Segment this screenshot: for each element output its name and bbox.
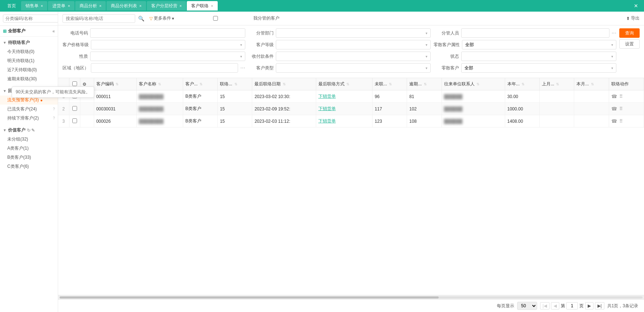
horizontal-scrollbar[interactable] xyxy=(58,295,644,299)
action-contact-icon-1[interactable]: ☎ xyxy=(611,106,617,112)
sidebar-item-b-class[interactable]: B类客户(33) xyxy=(0,153,58,162)
tab-sales[interactable]: 销售单 × xyxy=(21,1,47,11)
customer-tier-select[interactable]: ▾ xyxy=(276,40,431,49)
this-month-sort-icon[interactable]: ⇅ xyxy=(591,82,594,86)
export-button[interactable]: ⬆ 导出 xyxy=(626,15,640,21)
tab-customer-contact-close[interactable]: × xyxy=(211,4,213,8)
value-refresh-icon[interactable]: ↻ xyxy=(27,128,31,133)
person-input[interactable] xyxy=(461,28,609,38)
filter-settings-button[interactable]: 设置 xyxy=(619,39,640,49)
cell-checkbox-2[interactable] xyxy=(69,115,80,127)
tab-analysis[interactable]: 商品分析 × xyxy=(75,1,106,11)
table-settings-icon[interactable]: ⚙ xyxy=(82,82,86,87)
action-more-icon-1[interactable]: ⠿ xyxy=(619,106,623,112)
cell-method-2: 下销货单 xyxy=(316,115,372,127)
tab-analysis-close[interactable]: × xyxy=(99,4,101,8)
sidebar-group-pending-header[interactable]: ▼ 待联络客户 xyxy=(0,38,58,47)
cell-checkbox-1[interactable] xyxy=(69,103,80,115)
sidebar-all-customers[interactable]: ⊞ 全部客户 « xyxy=(0,26,58,37)
scatter-select[interactable]: 全部 ▾ xyxy=(461,63,616,73)
this-year-sort-icon[interactable]: ⇅ xyxy=(522,82,524,86)
action-contact-icon-0[interactable]: ☎ xyxy=(611,94,617,99)
sidebar-item-week[interactable]: 近7天待联络(0) xyxy=(0,65,58,74)
dept-select[interactable]: ▾ xyxy=(276,28,431,38)
sidebar-item-tomorrow[interactable]: 明天待联络(1) xyxy=(0,56,58,65)
sidebar-group-pending: ▼ 待联络客户 今天待联络(0) 明天待联络(1) 近7天待联络(0) 逾期未联… xyxy=(0,37,58,85)
type-sort-icon[interactable]: ⇅ xyxy=(200,82,202,86)
tab-customer-contact-label: 客户联络 xyxy=(191,3,209,9)
search-button[interactable]: 🔍 xyxy=(138,16,144,21)
sidebar-item-today[interactable]: 今天待联络(0) xyxy=(0,47,58,56)
churn-down-edit-icon[interactable]: ? xyxy=(53,116,55,120)
last-month-sort-icon[interactable]: ⇅ xyxy=(556,82,559,86)
method-link-1[interactable]: 下销货单 xyxy=(318,106,336,111)
select-all-checkbox[interactable] xyxy=(72,81,77,86)
filter-cell-price-tier: 客户价格等级 ▾ xyxy=(63,40,245,49)
row-checkbox-2[interactable] xyxy=(72,118,77,123)
tab-customer-tier[interactable]: 客户分层经营 × xyxy=(147,1,186,11)
code-sort-icon[interactable]: ⇅ xyxy=(116,82,118,86)
scatter-attr-select[interactable]: 全部 ▾ xyxy=(462,40,616,49)
my-customer-filter[interactable]: 我分管的客户 xyxy=(179,15,279,21)
tab-home[interactable]: 首页 xyxy=(3,1,20,11)
per-page-select[interactable]: 50 100 xyxy=(517,302,537,310)
overdue-sort-icon[interactable]: ⇅ xyxy=(424,82,427,86)
tab-purchase-close[interactable]: × xyxy=(68,4,70,8)
contact-sort-icon[interactable]: ⇅ xyxy=(234,82,237,86)
tab-analysis-list[interactable]: 商品分析列表 × xyxy=(106,1,146,11)
payment-select[interactable]: ▾ xyxy=(276,52,431,61)
my-customer-checkbox[interactable] xyxy=(179,16,252,21)
value-edit-icon[interactable]: ✎ xyxy=(31,128,35,133)
per-page-label: 每页显示 xyxy=(497,303,514,309)
method-link-2[interactable]: 下销货单 xyxy=(318,118,336,123)
nature-select[interactable]: ▾ xyxy=(90,52,245,61)
sidebar-item-churn-down[interactable]: 持续下滑客户(2) ? xyxy=(0,114,58,123)
filter-cell-region: 区域（地区） ··· xyxy=(63,63,245,73)
tab-analysis-list-close[interactable]: × xyxy=(139,4,141,8)
status-select[interactable]: ▾ xyxy=(461,52,616,61)
collapse-icon[interactable]: « xyxy=(52,29,55,34)
tab-customer-tier-close[interactable]: × xyxy=(180,4,182,8)
table-row: 1 000011 ████████ B类客户 15 2023-03-02 10:… xyxy=(58,90,644,103)
scrollbar-thumb[interactable] xyxy=(60,296,439,299)
action-contact-icon-2[interactable]: ☎ xyxy=(611,118,617,124)
last-page-button[interactable]: ▶| xyxy=(595,302,604,309)
tab-purchase[interactable]: 进货单 × xyxy=(48,1,74,11)
sidebar-item-a-class[interactable]: A类客户(1) xyxy=(0,144,58,153)
sidebar-search-input[interactable] xyxy=(3,15,58,23)
first-page-button[interactable]: |◀ xyxy=(540,302,550,309)
window-close-icon[interactable]: ✕ xyxy=(631,3,641,9)
last-date-sort-icon[interactable]: ⇅ xyxy=(283,82,286,86)
region-dots-icon[interactable]: ··· xyxy=(240,65,245,71)
unit-contact-sort-icon[interactable]: ⇅ xyxy=(476,82,479,86)
tab-customer-contact[interactable]: 客户联络 × xyxy=(187,1,217,11)
page-input[interactable] xyxy=(566,302,578,309)
cell-last-month-1 xyxy=(540,103,574,115)
name-sort-icon[interactable]: ⇅ xyxy=(158,82,161,86)
phone-input[interactable] xyxy=(90,28,245,38)
prev-page-button[interactable]: ◀ xyxy=(551,302,559,309)
scrollbar-track[interactable] xyxy=(60,296,643,299)
sidebar-item-churn-lost[interactable]: 已流失客户(24) ? xyxy=(0,105,58,114)
churn-lost-edit-icon[interactable]: ? xyxy=(53,107,55,111)
uncontacted-sort-icon[interactable]: ⇅ xyxy=(389,82,392,86)
row-checkbox-1[interactable] xyxy=(72,106,77,111)
action-more-icon-2[interactable]: ⠿ xyxy=(619,118,623,124)
query-button[interactable]: 查询 xyxy=(619,28,640,38)
action-more-icon-0[interactable]: ⠿ xyxy=(619,94,623,99)
search-input[interactable] xyxy=(63,14,135,23)
next-page-button[interactable]: ▶ xyxy=(585,302,593,309)
person-dots-icon[interactable]: ··· xyxy=(612,30,616,36)
sidebar-item-overdue[interactable]: 逾期未联络(30) xyxy=(0,74,58,84)
tab-sales-close[interactable]: × xyxy=(41,4,43,8)
price-tier-select[interactable]: ▾ xyxy=(91,40,245,49)
sidebar-group-value-header[interactable]: ▼ 价值客户 ↻ ✎ xyxy=(0,126,58,135)
region-input[interactable] xyxy=(91,63,238,73)
sidebar-item-ungrouped[interactable]: 未分组(32) xyxy=(0,135,58,144)
last-method-sort-icon[interactable]: ⇅ xyxy=(346,82,349,86)
action-icons-1: ☎ ⠿ xyxy=(611,106,641,112)
more-filter-button[interactable]: ▽ 更多条件 ▾ xyxy=(147,14,176,23)
sidebar-item-c-class[interactable]: C类客户(6) xyxy=(0,162,58,171)
method-link-0[interactable]: 下销货单 xyxy=(318,94,336,99)
ctype-select[interactable]: ▾ xyxy=(276,63,431,73)
